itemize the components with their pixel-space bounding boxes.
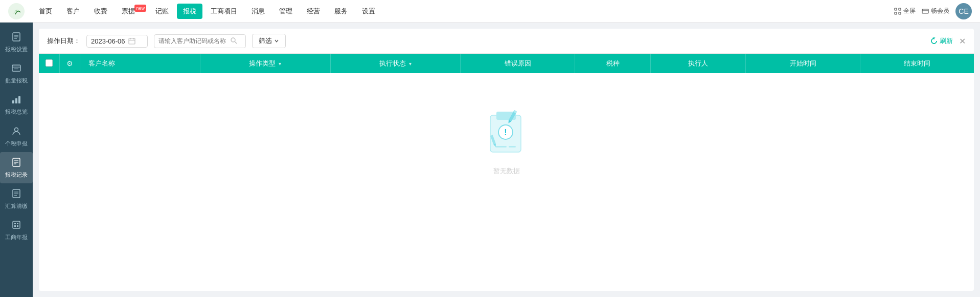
sidebar-item-annual-clear[interactable]: 汇算清缴 (0, 183, 33, 215)
th-client-name: 客户名称 (80, 54, 200, 73)
sidebar-item-personal-tax[interactable]: 个税申报 (0, 121, 33, 152)
nav-home[interactable]: 首页 (33, 4, 58, 19)
nav-settings[interactable]: 设置 (356, 4, 381, 19)
th-executor: 执行人 (651, 54, 746, 73)
svg-rect-11 (12, 65, 20, 71)
search-input[interactable] (158, 37, 230, 45)
chevron-down-icon (274, 38, 279, 44)
sidebar-label-tax-overview: 报税总览 (5, 109, 28, 115)
table-body: ! (39, 73, 974, 196)
sort-icon-status[interactable]: ▾ (409, 61, 412, 67)
data-table: ⚙ 客户名称 操作类型 ▾ 执行状态 ▾ (39, 54, 974, 196)
select-all-checkbox[interactable] (45, 59, 53, 67)
th-error-reason: 错误原因 (461, 54, 575, 73)
svg-rect-3 (895, 12, 897, 14)
svg-rect-29 (14, 225, 16, 227)
svg-rect-42 (509, 146, 516, 147)
sidebar-label-personal-tax: 个税申报 (5, 140, 28, 147)
content-area: 操作日期： 2023-06-06 (33, 23, 980, 297)
svg-rect-16 (18, 96, 20, 103)
th-operation-type: 操作类型 ▾ (200, 54, 330, 73)
sidebar: 报税设置 批量报税 报税总览 (0, 23, 33, 297)
nav-invoice[interactable]: 票据 new (116, 4, 147, 19)
sidebar-item-annual-report[interactable]: 工商年报 (0, 215, 33, 246)
filter-bar-right: 刷新 ✕ (930, 36, 966, 46)
sidebar-item-tax-overview[interactable]: 报税总览 (0, 89, 33, 120)
tax-record-icon (11, 157, 21, 170)
top-nav-right: 全屏 畅会员 CE (894, 3, 972, 19)
nav-message[interactable]: 消息 (245, 4, 271, 19)
nav-client[interactable]: 客户 (60, 4, 86, 19)
sidebar-item-tax-record[interactable]: 报税记录 (0, 152, 33, 183)
svg-rect-15 (15, 98, 17, 103)
sidebar-item-batch-tax[interactable]: 批量报税 (0, 58, 33, 89)
filter-bar: 操作日期： 2023-06-06 (39, 29, 974, 54)
member-icon (922, 8, 929, 15)
sidebar-label-tax-record: 报税记录 (5, 172, 28, 178)
sidebar-label-tax-settings: 报税设置 (5, 46, 28, 53)
empty-state: ! (39, 73, 974, 196)
date-picker[interactable]: 2023-06-06 (86, 35, 148, 48)
svg-rect-1 (895, 8, 897, 10)
filter-dropdown-btn[interactable]: 筛选 (252, 34, 286, 48)
logo[interactable] (8, 3, 25, 19)
member-btn[interactable]: 畅会员 (922, 7, 949, 15)
th-start-time: 开始时间 (746, 54, 860, 73)
tax-overview-icon (11, 94, 21, 107)
date-label: 操作日期： (47, 36, 80, 46)
nav-service[interactable]: 服务 (328, 4, 354, 19)
tax-settings-icon (11, 32, 21, 45)
svg-rect-5 (922, 9, 928, 13)
table-wrap: ⚙ 客户名称 操作类型 ▾ 执行状态 ▾ (39, 54, 974, 291)
personal-tax-icon (11, 126, 21, 139)
svg-text:!: ! (504, 128, 507, 137)
main-layout: 报税设置 批量报税 报税总览 (0, 23, 980, 297)
close-btn[interactable]: ✕ (959, 36, 966, 46)
svg-rect-30 (17, 225, 18, 227)
nav-operation[interactable]: 经营 (301, 4, 326, 19)
svg-rect-26 (13, 221, 20, 228)
svg-point-0 (8, 3, 25, 19)
date-value: 2023-06-06 (91, 37, 125, 45)
sidebar-label-batch-tax: 批量报税 (5, 77, 28, 84)
svg-rect-28 (17, 223, 18, 224)
nav-items: 首页 客户 收费 票据 new 记账 报税 工商项目 消息 管理 经营 服务 设… (33, 4, 894, 19)
sort-icon-operation[interactable]: ▾ (279, 61, 281, 67)
svg-rect-2 (899, 8, 901, 10)
fullscreen-btn[interactable]: 全屏 (894, 7, 916, 15)
refresh-btn[interactable]: 刷新 (930, 36, 953, 46)
nav-bookkeeping[interactable]: 记账 (149, 4, 175, 19)
nav-business[interactable]: 工商项目 (204, 4, 243, 19)
empty-text: 暂无数据 (493, 166, 520, 176)
svg-line-36 (235, 41, 237, 44)
th-checkbox (39, 54, 59, 73)
refresh-icon (930, 37, 938, 45)
nav-manage[interactable]: 管理 (273, 4, 299, 19)
nav-tax[interactable]: 报税 (177, 4, 202, 19)
table-header: ⚙ 客户名称 操作类型 ▾ 执行状态 ▾ (39, 54, 974, 73)
nav-charge[interactable]: 收费 (88, 4, 113, 19)
svg-rect-14 (12, 100, 14, 103)
sidebar-item-tax-settings[interactable]: 报税设置 (0, 27, 33, 58)
sidebar-label-annual-report: 工商年报 (5, 234, 28, 241)
svg-point-17 (15, 128, 18, 131)
search-wrap (154, 34, 246, 48)
svg-rect-31 (129, 38, 135, 44)
search-icon[interactable] (230, 37, 237, 46)
svg-point-35 (231, 38, 235, 42)
annual-clear-icon (11, 188, 21, 201)
th-tax-type: 税种 (575, 54, 651, 73)
avatar[interactable]: CE (955, 3, 972, 19)
th-settings: ⚙ (59, 54, 80, 73)
th-exec-status: 执行状态 ▾ (330, 54, 461, 73)
empty-illustration: ! (481, 104, 532, 160)
svg-rect-41 (495, 146, 507, 147)
th-end-time: 结束时间 (860, 54, 974, 73)
settings-icon[interactable]: ⚙ (66, 59, 73, 68)
sidebar-label-annual-clear: 汇算清缴 (5, 203, 28, 209)
svg-rect-27 (14, 223, 16, 224)
annual-report-icon (11, 220, 21, 232)
calendar-icon (128, 37, 135, 45)
new-badge: new (134, 5, 146, 12)
batch-tax-icon (11, 63, 21, 76)
